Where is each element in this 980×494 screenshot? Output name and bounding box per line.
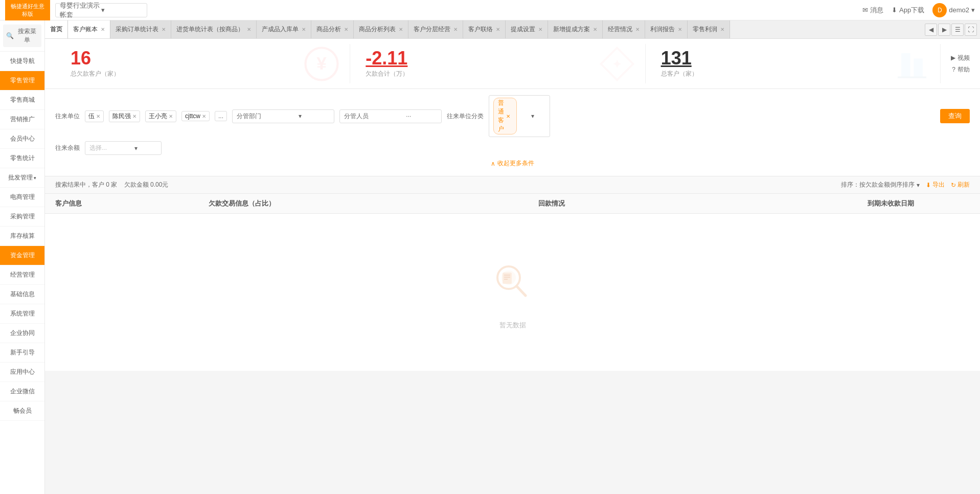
- tab-maximize-button[interactable]: ⛶: [965, 24, 977, 36]
- tab-close-icon[interactable]: ✕: [344, 27, 348, 32]
- sidebar-item-wechat[interactable]: 企业微信: [0, 382, 44, 401]
- tab-menu-button[interactable]: ☰: [951, 24, 964, 36]
- tab-close-icon[interactable]: ✕: [302, 27, 306, 32]
- tab-home[interactable]: 首页: [45, 20, 68, 39]
- sidebar-item-app-center[interactable]: 应用中心: [0, 363, 44, 382]
- tab-purchase-stat[interactable]: 采购订单统计表 ✕: [110, 20, 171, 39]
- sidebar-item-member[interactable]: 会员中心: [0, 129, 44, 149]
- query-button[interactable]: 查询: [940, 109, 970, 123]
- chevron-down-icon: ▾: [531, 113, 545, 120]
- person-label: 分管人员: [344, 112, 375, 121]
- search-menu-button[interactable]: 🔍 搜索菜单: [3, 25, 41, 47]
- svg-rect-6: [898, 76, 926, 78]
- help-button[interactable]: ? 帮助: [952, 65, 970, 74]
- sidebar-item-zero-stat[interactable]: 零售统计: [0, 149, 44, 168]
- filter-tag-chen[interactable]: 陈民强 ✕: [109, 110, 140, 122]
- sidebar-item-zero-retail[interactable]: 零售管理: [0, 71, 44, 91]
- tab-profit-report[interactable]: 利润报告 ✕: [645, 20, 688, 39]
- sidebar-item-ecommerce[interactable]: 电商管理: [0, 188, 44, 207]
- tab-retail-profit[interactable]: 零售利润 ✕: [688, 20, 730, 39]
- tab-prev-button[interactable]: ◀: [925, 24, 937, 36]
- summary-value-customers: 16: [71, 49, 91, 68]
- export-button[interactable]: ⬇ 导出: [926, 181, 945, 189]
- tab-close-icon[interactable]: ✕: [678, 27, 682, 32]
- app-download-button[interactable]: ⬇ App下载: [892, 6, 924, 15]
- summary-card-customers: ¥ 16 总欠款客户（家）: [55, 44, 350, 83]
- result-bar: 搜索结果中，客户 0 家 欠款金额 0.00元 排序：按欠款金额倒序排序 ▾ ⬇…: [45, 176, 980, 194]
- summary-card-debt: ✦ -2.11 欠款合计（万）: [350, 44, 645, 83]
- tab-close-icon[interactable]: ✕: [247, 27, 251, 32]
- store-selector[interactable]: 母婴行业演示帐套 ▾: [55, 3, 147, 17]
- filter-tag-wu[interactable]: 伍 ✕: [85, 110, 104, 122]
- message-button[interactable]: ✉ 消息: [862, 6, 883, 15]
- chevron-down-icon: ▾: [134, 145, 157, 152]
- svg-rect-4: [901, 53, 910, 78]
- tab-production[interactable]: 产成品入库单 ✕: [257, 20, 311, 39]
- tab-close-icon[interactable]: ✕: [162, 27, 166, 32]
- tab-close-icon[interactable]: ✕: [101, 27, 105, 32]
- export-icon: ⬇: [926, 182, 931, 189]
- header-right: ✉ 消息 ⬇ App下载 D demo2 ▾: [862, 3, 975, 17]
- sidebar-item-operations[interactable]: 经营管理: [0, 265, 44, 285]
- tab-close-icon[interactable]: ✕: [635, 27, 640, 32]
- tab-customer-balance[interactable]: 客户账本 ✕: [68, 20, 110, 39]
- yuan-bg-icon: ¥: [304, 46, 339, 82]
- tab-close-icon[interactable]: ✕: [399, 27, 403, 32]
- filter-tag-cjttcw[interactable]: cjttcw ✕: [181, 111, 210, 121]
- tab-next-button[interactable]: ▶: [938, 24, 950, 36]
- filter-tag-wang[interactable]: 王小亮 ✕: [145, 110, 176, 122]
- video-button[interactable]: ▶ 视频: [951, 54, 970, 62]
- right-panel: 首页 客户账本 ✕ 采购订单统计表 ✕ 进货单统计表（按商品） ✕ 产成品入库单…: [45, 20, 980, 494]
- close-icon[interactable]: ✕: [132, 114, 136, 119]
- sidebar-item-inventory[interactable]: 库存核算: [0, 227, 44, 246]
- filter-more-button[interactable]: ...: [215, 111, 227, 121]
- tab-operations-info[interactable]: 经营情况 ✕: [603, 20, 645, 39]
- tab-promotion-settings[interactable]: 提成设置 ✕: [506, 20, 548, 39]
- tab-customer-contact[interactable]: 客户联络 ✕: [463, 20, 506, 39]
- svg-rect-10: [503, 273, 512, 284]
- collapse-button[interactable]: ∧ 收起更多条件: [55, 159, 970, 168]
- close-icon[interactable]: ✕: [506, 114, 513, 119]
- sidebar-item-basics[interactable]: 基础信息: [0, 285, 44, 304]
- help-icon: ?: [952, 66, 955, 73]
- sidebar-item-wholesale[interactable]: 批发管理 ▾: [0, 168, 44, 188]
- logo-text: 畅捷通好生意 标版: [11, 3, 44, 17]
- tab-close-icon[interactable]: ✕: [538, 27, 542, 32]
- sidebar-item-marketing[interactable]: 营销推广: [0, 110, 44, 129]
- dept-label: 分管部门: [237, 112, 268, 121]
- tab-inbound-stat[interactable]: 进货单统计表（按商品） ✕: [171, 20, 257, 39]
- tab-close-icon[interactable]: ✕: [496, 27, 500, 32]
- sidebar-item-member2[interactable]: 畅会员: [0, 401, 44, 421]
- dept-selector[interactable]: 分管部门 ▾: [232, 109, 334, 123]
- close-icon[interactable]: ✕: [202, 114, 206, 119]
- video-icon: ▶: [951, 54, 955, 61]
- sidebar-item-purchase[interactable]: 采购管理: [0, 207, 44, 227]
- col-header-debt: 欠款交易信息（占比）: [209, 199, 538, 208]
- person-selector[interactable]: 分管人员 ···: [339, 109, 442, 123]
- tab-add-promotion[interactable]: 新增提成方案 ✕: [548, 20, 603, 39]
- category-tag[interactable]: 普通客户 ✕: [493, 98, 517, 134]
- sidebar-item-enterprise[interactable]: 企业协同: [0, 324, 44, 343]
- sidebar-item-newcomer[interactable]: 新手引导: [0, 343, 44, 363]
- close-icon[interactable]: ✕: [96, 114, 100, 119]
- summary-label-debt: 欠款合计（万）: [366, 70, 408, 78]
- logo-area: 畅捷通好生意 标版: [5, 0, 50, 20]
- tab-customer-tier[interactable]: 客户分层经营 ✕: [408, 20, 463, 39]
- summary-cards: ¥ 16 总欠款客户（家） ✦ -2.11 欠款合计（万）: [45, 39, 980, 89]
- sidebar-item-zero-mall[interactable]: 零售商城: [0, 91, 44, 110]
- tab-close-icon[interactable]: ✕: [593, 27, 597, 32]
- tab-close-icon[interactable]: ✕: [453, 27, 458, 32]
- tab-goods-analysis[interactable]: 商品分析 ✕: [311, 20, 354, 39]
- sort-selector[interactable]: 排序：按欠款金额倒序排序 ▾: [841, 181, 920, 189]
- close-icon[interactable]: ✕: [169, 114, 173, 119]
- refresh-button[interactable]: ↻ 刷新: [951, 181, 970, 189]
- tab-close-icon[interactable]: ✕: [720, 27, 724, 32]
- category-selector[interactable]: 普通客户 ✕ ▾: [489, 95, 550, 137]
- sidebar-item-capital[interactable]: 资金管理: [0, 246, 44, 265]
- balance-selector[interactable]: 选择... ▾: [85, 141, 162, 155]
- more-icon: ···: [406, 113, 437, 120]
- sidebar-item-quick-nav[interactable]: 快捷导航: [0, 52, 44, 71]
- tab-goods-analysis-list[interactable]: 商品分析列表 ✕: [354, 20, 408, 39]
- sidebar-item-system[interactable]: 系统管理: [0, 304, 44, 324]
- user-menu[interactable]: D demo2 ▾: [932, 3, 975, 17]
